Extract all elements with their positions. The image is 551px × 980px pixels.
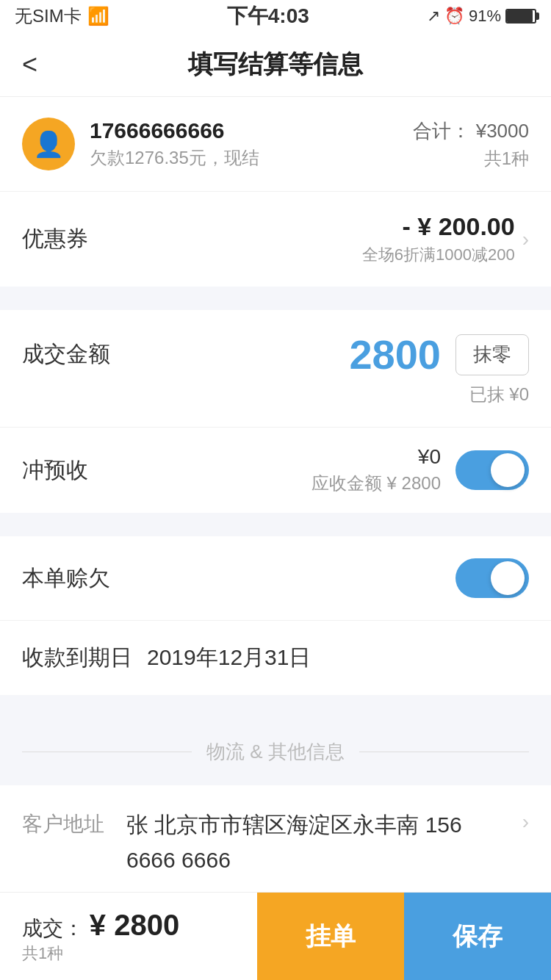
bottom-bar: 成交： ¥ 2800 共1种 挂单 保存 [0, 892, 551, 980]
total-label-text: 合计： [413, 120, 470, 142]
save-button[interactable]: 保存 [404, 893, 551, 980]
address-chevron-icon: › [522, 810, 529, 834]
coupon-right: - ¥ 200.00 全场6折满1000减200 › [362, 212, 529, 266]
coupon-chevron-icon: › [522, 228, 529, 251]
logistics-section-label: 物流 & 其他信息 [206, 739, 345, 765]
due-date-value: 2019年12月31日 [147, 643, 311, 673]
bottom-deal-label: 成交： [22, 917, 84, 940]
bottom-deal-row: 成交： ¥ 2800 [22, 909, 235, 943]
carrier-text: 无SIM卡 [15, 4, 82, 28]
amount-row-wrapper: 成交金额 2800 抹零 已抹 ¥0 [0, 310, 551, 427]
debt-toggle-thumb [491, 561, 525, 595]
logistics-line-right [359, 752, 529, 752]
user-left: 👤 17666666666 欠款1276.35元，现结 [22, 118, 259, 170]
alarm-icon: ⏰ [444, 7, 464, 26]
total-label: 合计： ¥3000 [413, 118, 529, 144]
back-button[interactable]: < [15, 42, 45, 87]
amount-value[interactable]: 2800 [349, 331, 441, 378]
debt-toggle[interactable] [455, 558, 529, 598]
prepay-toggle[interactable] [455, 450, 529, 490]
amount-sub-text: 已抹 ¥0 [22, 383, 529, 406]
logistics-line-left [22, 752, 192, 752]
total-value: ¥3000 [476, 120, 529, 142]
bottom-info: 成交： ¥ 2800 共1种 [0, 893, 257, 980]
coupon-desc: 全场6折满1000减200 [362, 244, 515, 266]
coupon-row[interactable]: 优惠券 - ¥ 200.00 全场6折满1000减200 › [0, 191, 551, 287]
user-right: 合计： ¥3000 共1种 [413, 118, 529, 170]
avatar-icon: 👤 [33, 129, 64, 159]
bottom-count: 共1种 [22, 943, 235, 965]
battery-icon [505, 9, 536, 24]
address-label: 客户地址 [22, 810, 104, 838]
user-details: 17666666666 欠款1276.35元，现结 [90, 118, 259, 170]
header: < 填写结算等信息 [0, 32, 551, 97]
total-count: 共1种 [413, 147, 529, 170]
status-bar: 无SIM卡 📶 下午4:03 ↗ ⏰ 91% [0, 0, 551, 32]
user-sub-text: 欠款1276.35元，现结 [90, 146, 259, 170]
toggle-thumb [491, 453, 525, 487]
hang-button[interactable]: 挂单 [257, 893, 404, 980]
debt-section: 本单赊欠 收款到期日 2019年12月31日 [0, 536, 551, 695]
status-right: ↗ ⏰ 91% [427, 7, 536, 26]
due-date-row: 收款到期日 2019年12月31日 [0, 620, 551, 695]
user-phone: 17666666666 [90, 118, 259, 143]
prepay-row: 冲预收 ¥0 应收金额 ¥ 2800 [0, 427, 551, 513]
avatar: 👤 [22, 118, 75, 170]
amount-right: 2800 抹零 [349, 331, 529, 378]
address-row[interactable]: 客户地址 张 北京市市辖区海淀区永丰南 156 6666 6666 › [0, 785, 551, 900]
status-time: 下午4:03 [227, 2, 309, 30]
debt-label: 本单赊欠 [22, 563, 110, 594]
amount-section: 成交金额 2800 抹零 已抹 ¥0 冲预收 ¥0 应收金额 ¥ 2800 [0, 310, 551, 513]
coupon-label: 优惠券 [22, 224, 88, 254]
round-button[interactable]: 抹零 [455, 334, 529, 375]
prepay-value: ¥0 [311, 445, 441, 469]
coupon-value-wrap: - ¥ 200.00 全场6折满1000减200 [362, 212, 515, 266]
prepay-value-wrap: ¥0 应收金额 ¥ 2800 [311, 445, 441, 495]
prepay-sub: 应收金额 ¥ 2800 [311, 472, 441, 495]
wifi-icon: 📶 [87, 6, 109, 26]
status-left: 无SIM卡 📶 [15, 4, 109, 28]
due-date-label: 收款到期日 [22, 643, 132, 673]
location-icon: ↗ [427, 7, 440, 26]
prepay-label: 冲预收 [22, 455, 88, 486]
logistics-header: 物流 & 其他信息 [0, 718, 551, 785]
coupon-value: - ¥ 200.00 [362, 212, 515, 241]
user-info-row: 👤 17666666666 欠款1276.35元，现结 合计： ¥3000 共1… [0, 97, 551, 191]
debt-row: 本单赊欠 [0, 536, 551, 620]
user-info-section: 👤 17666666666 欠款1276.35元，现结 合计： ¥3000 共1… [0, 97, 551, 287]
amount-row: 成交金额 2800 抹零 [22, 331, 529, 378]
prepay-right: ¥0 应收金额 ¥ 2800 [311, 445, 529, 495]
separator-3 [0, 707, 551, 718]
page-title: 填写结算等信息 [188, 48, 363, 82]
amount-label: 成交金额 [22, 339, 110, 370]
address-value: 张 北京市市辖区海淀区永丰南 156 6666 6666 [126, 807, 515, 878]
separator-2 [0, 525, 551, 536]
battery-percent: 91% [469, 7, 501, 26]
separator-1 [0, 298, 551, 310]
bottom-price: ¥ 2800 [90, 909, 179, 941]
